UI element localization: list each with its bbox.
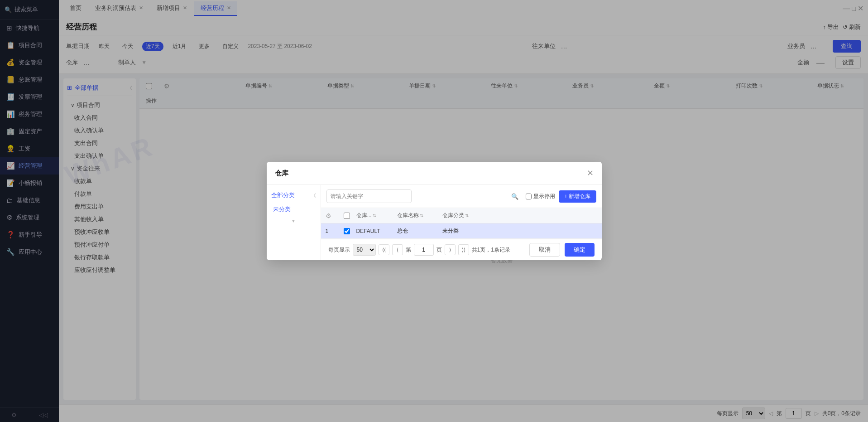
pagination: 每页显示 50 100 ⟨⟨ ⟨ 第 页 ⟩ ⟩⟩ 共1页，1条记录 <box>328 244 510 256</box>
confirm-button[interactable]: 确定 <box>565 243 595 257</box>
dialog-action-btns: 取消 确定 <box>529 243 595 257</box>
dialog-select-all[interactable] <box>344 213 350 219</box>
row-code: DEFAULT <box>354 223 394 238</box>
dialog-table-panel: 🔍 显示停用 + 新增仓库 ⚙ <box>321 185 602 260</box>
add-warehouse-btn[interactable]: + 新增仓库 <box>559 190 596 203</box>
cancel-button[interactable]: 取消 <box>529 243 560 257</box>
cat-header: 全部分类 《 <box>267 189 321 202</box>
dialog-close-icon[interactable]: ✕ <box>587 168 594 178</box>
cat-header-label: 全部分类 <box>271 191 295 199</box>
dialog-table-body: 1 DEFAULT 总仓 未分类 <box>321 223 602 239</box>
row-name: 总仓 <box>394 223 440 238</box>
cat-item-unclassified[interactable]: 未分类 <box>267 202 321 217</box>
dialog-footer: 每页显示 50 100 ⟨⟨ ⟨ 第 页 ⟩ ⟩⟩ 共1页，1条记录 <box>321 239 602 260</box>
dialog-search-bar: 🔍 显示停用 + 新增仓库 <box>321 185 602 208</box>
first-page-btn[interactable]: ⟨⟨ <box>379 244 389 255</box>
search-icon: 🔍 <box>511 193 518 200</box>
dialog-header: 仓库 ✕ <box>267 162 602 185</box>
show-disabled-checkbox[interactable] <box>526 194 532 199</box>
row-category: 未分类 <box>440 223 485 238</box>
dth-category: 仓库分类 ⇅ <box>440 208 485 223</box>
dth-name: 仓库名称 ⇅ <box>394 208 440 223</box>
dialog-gear-icon[interactable]: ⚙ <box>326 212 331 219</box>
row-num: 1 <box>323 223 341 238</box>
dialog-body: 全部分类 《 未分类 ▼ 🔍 显示停用 <box>267 185 602 260</box>
row-check <box>341 223 354 238</box>
prev-page-btn[interactable]: ⟨ <box>392 244 403 255</box>
category-panel: 全部分类 《 未分类 ▼ <box>267 185 321 260</box>
dth-code: 仓库... ⇅ <box>354 208 394 223</box>
cat-collapse-icon[interactable]: 《 <box>311 192 316 199</box>
search-wrap: 🔍 <box>326 189 523 203</box>
cat-scroll-indicator: ▼ <box>267 217 321 225</box>
dth-check <box>341 208 354 223</box>
row-filler <box>485 223 600 238</box>
dialog-search-input[interactable] <box>326 189 412 203</box>
dth-sort-code: ⇅ <box>373 213 376 218</box>
dth-gear: ⚙ <box>323 208 341 223</box>
next-page-btn[interactable]: ⟩ <box>445 244 456 255</box>
total-label-dialog: 共1页，1条记录 <box>472 246 510 254</box>
dth-sort-name: ⇅ <box>420 213 423 218</box>
dth-filler <box>485 208 600 223</box>
dth-sort-cat: ⇅ <box>465 213 469 218</box>
page-unit-dialog: 页 <box>436 246 442 254</box>
warehouse-dialog: 仓库 ✕ 全部分类 《 未分类 ▼ <box>267 162 602 260</box>
dialog-title: 仓库 <box>275 169 288 178</box>
page-label-dialog: 第 <box>406 246 411 254</box>
dialog-page-num[interactable] <box>414 244 434 256</box>
per-page-label-dialog: 每页显示 <box>328 246 350 254</box>
last-page-btn[interactable]: ⟩⟩ <box>458 244 469 255</box>
scroll-down-icon: ▼ <box>291 218 296 223</box>
row-checkbox[interactable] <box>344 228 350 234</box>
dialog-table-header: ⚙ 仓库... ⇅ 仓库名称 ⇅ 仓库分类 ⇅ <box>321 208 602 223</box>
modal-overlay: 仓库 ✕ 全部分类 《 未分类 ▼ <box>0 0 868 422</box>
show-disabled-label[interactable]: 显示停用 <box>526 193 555 200</box>
dialog-per-page-select[interactable]: 50 100 <box>353 244 376 256</box>
dialog-table-row[interactable]: 1 DEFAULT 总仓 未分类 <box>321 223 602 239</box>
